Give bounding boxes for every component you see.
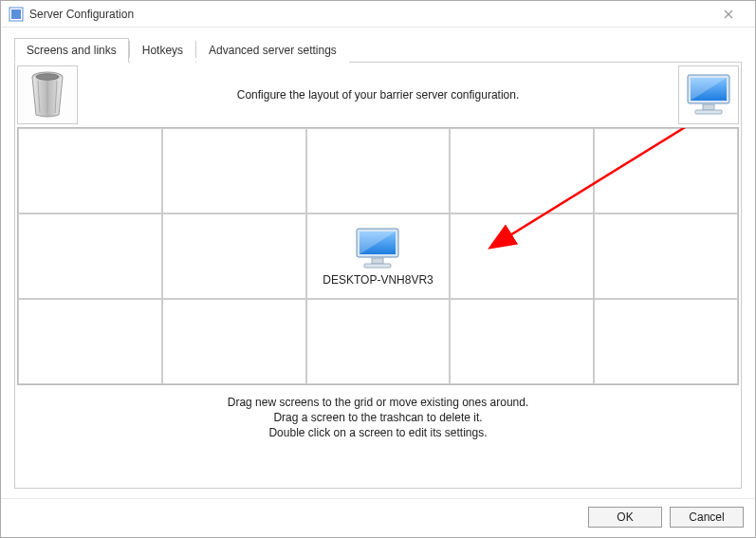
dialog-buttons: OK Cancel: [1, 498, 755, 537]
grid-cell[interactable]: [162, 128, 306, 213]
top-row: Configure the layout of your barrier ser…: [15, 63, 741, 125]
tab-bar: Screens and links Hotkeys Advanced serve…: [14, 37, 742, 63]
app-icon: [9, 7, 24, 22]
close-icon[interactable]: [710, 5, 747, 24]
hint-line: Double click on a screen to edit its set…: [15, 425, 741, 440]
svg-rect-1: [11, 9, 21, 19]
trash-dropzone[interactable]: [17, 65, 78, 124]
cancel-button[interactable]: Cancel: [670, 507, 744, 528]
ok-button[interactable]: OK: [588, 507, 662, 528]
svg-rect-16: [364, 264, 391, 268]
grid-cell[interactable]: [162, 213, 306, 299]
grid-cell[interactable]: [450, 128, 594, 213]
grid-cell-screen[interactable]: DESKTOP-VNH8VR3: [306, 213, 451, 299]
window-title: Server Configuration: [29, 8, 134, 21]
grid-cell[interactable]: [162, 299, 306, 384]
grid-cell[interactable]: [306, 299, 451, 384]
monitor-icon: [353, 226, 402, 271]
svg-rect-15: [372, 258, 383, 264]
hint-line: Drag a screen to the trashcan to delete …: [15, 410, 741, 425]
tab-screens-and-links[interactable]: Screens and links: [14, 38, 129, 63]
grid-cell[interactable]: [594, 213, 738, 299]
server-configuration-window: Server Configuration Screens and links H…: [0, 0, 756, 538]
svg-point-8: [36, 73, 59, 79]
screen-label: DESKTOP-VNH8VR3: [323, 273, 433, 287]
tab-hotkeys[interactable]: Hotkeys: [130, 38, 195, 63]
hint-line: Drag new screens to the grid or move exi…: [15, 395, 741, 410]
trash-icon: [27, 69, 68, 121]
grid-cell[interactable]: [450, 213, 594, 299]
screen-grid[interactable]: DESKTOP-VNH8VR3: [17, 127, 739, 385]
titlebar: Server Configuration: [1, 1, 755, 28]
grid-cell[interactable]: [18, 299, 162, 384]
svg-rect-11: [703, 104, 714, 110]
new-screen-palette[interactable]: [678, 65, 739, 124]
monitor-icon: [684, 72, 733, 118]
grid-cell[interactable]: [18, 213, 162, 299]
grid-cell[interactable]: [450, 299, 594, 384]
hint-text: Drag new screens to the grid or move exi…: [15, 387, 741, 455]
grid-cell[interactable]: [18, 128, 162, 213]
instruction-text: Configure the layout of your barrier ser…: [78, 88, 678, 102]
svg-rect-12: [695, 110, 722, 114]
content-area: Screens and links Hotkeys Advanced serve…: [1, 28, 755, 498]
grid-cell[interactable]: [594, 299, 738, 384]
grid-cell[interactable]: [306, 128, 451, 213]
tab-advanced[interactable]: Advanced server settings: [196, 38, 349, 63]
grid-cell[interactable]: [594, 128, 738, 213]
tab-panel-screens: Configure the layout of your barrier ser…: [14, 63, 742, 489]
